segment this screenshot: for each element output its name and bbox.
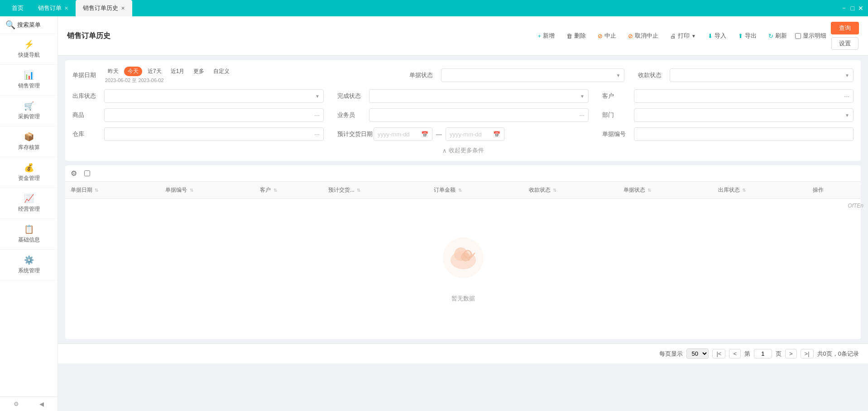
payment-select[interactable]: ▼ [670, 68, 854, 82]
first-page-button[interactable]: |< [712, 349, 725, 358]
minimize-icon[interactable]: － [841, 4, 847, 12]
col-payment-label: 收款状态 [529, 187, 551, 193]
query-button[interactable]: 查询 [831, 22, 859, 34]
col-payment: 收款状态 ⇅ [523, 182, 618, 199]
import-button[interactable]: ⬇ 导入 [704, 30, 730, 42]
tab-sales-order-history[interactable]: 销售订单历史 ✕ [76, 0, 132, 16]
display-detail-checkbox[interactable] [795, 33, 801, 39]
sidebar-item-purchase-mgmt[interactable]: 🛒 采购管理 [0, 96, 58, 126]
date-tab-today[interactable]: 今天 [124, 67, 142, 76]
sort-date-icon[interactable]: ⇅ [95, 188, 98, 193]
tab-home[interactable]: 首页 [5, 0, 31, 16]
sidebar-item-search-menu[interactable]: 🔍 搜索菜单 [0, 16, 58, 34]
refresh-button[interactable]: ↻ 刷新 [765, 30, 791, 42]
delete-button[interactable]: 🗑 删除 [563, 30, 590, 42]
delivery-date-label: 预计交货日期 [337, 130, 374, 138]
next-page-button[interactable]: > [785, 349, 797, 358]
col-amount: 订单金额 ⇅ [428, 182, 523, 199]
sort-no-icon[interactable]: ⇅ [190, 188, 193, 193]
col-amount-label: 订单金额 [434, 187, 456, 193]
export-button[interactable]: ⬆ 导出 [734, 30, 760, 42]
delivery-date-to-picker[interactable]: yyyy-mm-dd 📅 [446, 127, 504, 141]
sidebar: 🔍 搜索菜单 ⚡ 快捷导航 📊 销售管理 🛒 采购管理 📦 库存核算 💰 资金管… [0, 16, 58, 411]
total-text: 共0页，0条记录 [817, 350, 859, 358]
col-date-label: 单据日期 [71, 187, 92, 193]
tab-sales-order-close[interactable]: ✕ [64, 5, 68, 11]
delivery-select[interactable]: ▼ [104, 89, 324, 103]
prev-page-button[interactable]: < [729, 349, 741, 358]
col-no-label: 单据编号 [165, 187, 187, 193]
delivery-date-from-picker[interactable]: yyyy-mm-dd 📅 [374, 127, 432, 141]
warehouse-ellipsis[interactable]: ··· [314, 131, 320, 138]
customer-select[interactable]: ··· [634, 89, 854, 103]
sidebar-item-sys-mgmt[interactable]: ⚙️ 系统管理 [0, 250, 58, 280]
goods-ellipsis[interactable]: ··· [314, 111, 320, 119]
filter-row-4: 仓库 ··· 预计交货日期 yyyy-mm-dd 📅 — [72, 127, 854, 141]
sidebar-item-quick-nav[interactable]: ⚡ 快捷导航 [0, 34, 58, 65]
often-text: OfTEn [848, 203, 863, 209]
sidebar-item-finance[interactable]: 💰 资金管理 [0, 157, 58, 188]
print-button[interactable]: 🖨 打印 ▼ [667, 30, 700, 42]
sort-doc-status-icon[interactable]: ⇅ [647, 188, 651, 193]
sidebar-sales-label: 销售管理 [18, 82, 40, 90]
col-no: 单据编号 ⇅ [160, 182, 254, 199]
status-select[interactable]: ▼ [441, 68, 625, 82]
dept-select[interactable]: ▼ [634, 108, 854, 122]
select-all-checkbox[interactable] [84, 170, 90, 176]
date-tab-yesterday[interactable]: 昨天 [104, 67, 122, 76]
sidebar-item-ops[interactable]: 📈 经营管理 [0, 188, 58, 219]
last-page-button[interactable]: >| [801, 349, 814, 358]
sort-customer-icon[interactable]: ⇅ [273, 188, 277, 193]
sort-delivery-status-icon[interactable]: ⇅ [742, 188, 746, 193]
sidebar-collapse-icon[interactable]: ◀ [39, 401, 44, 407]
page-number-input[interactable] [754, 349, 772, 358]
tab-sales-order[interactable]: 销售订单 ✕ [31, 0, 76, 16]
purchase-mgmt-icon: 🛒 [24, 101, 34, 111]
date-tab-custom[interactable]: 自定义 [210, 67, 233, 76]
warehouse-select[interactable]: ··· [104, 127, 324, 141]
sidebar-basic-label: 基础信息 [18, 236, 40, 244]
cancel-stop-icon: ⊘ [628, 33, 633, 39]
toolbar: + 新增 🗑 删除 ⊘ 中止 ⊘ 取消中止 🖨 打印 [534, 22, 859, 50]
date-tab-7days[interactable]: 近7天 [144, 67, 165, 76]
sort-amount-icon[interactable]: ⇅ [458, 188, 462, 193]
calendar-to-icon: 📅 [493, 131, 500, 138]
cancel-stop-button[interactable]: ⊘ 取消中止 [624, 30, 662, 42]
complete-label: 完成状态 [337, 92, 369, 100]
complete-select[interactable]: ▼ [369, 89, 589, 103]
close-window-icon[interactable]: ✕ [858, 5, 863, 12]
display-detail-checkbox-wrapper[interactable]: 显示明细 [795, 32, 826, 40]
salesperson-ellipsis[interactable]: ··· [579, 111, 585, 119]
sidebar-item-inventory[interactable]: 📦 库存核算 [0, 126, 58, 157]
per-page-select[interactable]: 50 [686, 348, 709, 359]
col-expected: 预计交货... ⇅ [323, 182, 429, 199]
delivery-date-to-value: yyyy-mm-dd [450, 131, 482, 138]
sort-payment-icon[interactable]: ⇅ [553, 188, 556, 193]
tab-sales-order-history-close[interactable]: ✕ [121, 5, 125, 11]
customer-ellipsis[interactable]: ··· [844, 92, 849, 100]
stop-button[interactable]: ⊘ 中止 [594, 30, 620, 42]
table-header-row: 单据日期 ⇅ 单据编号 ⇅ 客户 ⇅ 预计交货... [65, 182, 861, 199]
add-button[interactable]: + 新增 [534, 30, 559, 42]
sidebar-sys-label: 系统管理 [18, 267, 40, 275]
print-icon: 🖨 [670, 33, 676, 39]
import-label: 导入 [715, 32, 726, 40]
setting-button[interactable]: 设置 [831, 37, 858, 50]
sidebar-item-basic-info[interactable]: 📋 基础信息 [0, 219, 58, 250]
docno-input[interactable] [634, 127, 854, 141]
date-tabs: 昨天 今天 近7天 近1月 更多 自定义 [104, 67, 233, 76]
sidebar-item-sales-mgmt[interactable]: 📊 销售管理 [0, 65, 58, 96]
sidebar-settings-icon[interactable]: ⚙ [14, 401, 19, 407]
sidebar-purchase-label: 采购管理 [18, 113, 40, 121]
date-tab-more[interactable]: 更多 [190, 67, 208, 76]
goods-select[interactable]: ··· [104, 108, 324, 122]
date-tab-1month[interactable]: 近1月 [167, 67, 188, 76]
quick-nav-icon: ⚡ [24, 39, 34, 49]
date-label: 单据日期 [72, 71, 104, 79]
sort-expected-icon[interactable]: ⇅ [357, 188, 360, 193]
collapse-button[interactable]: ∧ 收起更多条件 [72, 146, 854, 155]
salesperson-select[interactable]: ··· [369, 108, 589, 122]
table-settings-icon[interactable]: ⚙ [71, 169, 77, 178]
empty-text: 暂无数据 [451, 295, 475, 303]
maximize-icon[interactable]: □ [851, 5, 854, 12]
